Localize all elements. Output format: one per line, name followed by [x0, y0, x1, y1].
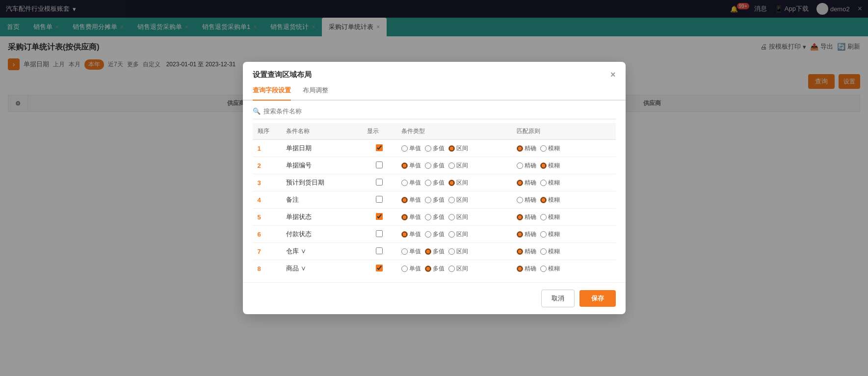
match-label-7-1[interactable]: 模糊	[540, 265, 560, 273]
show-checkbox-4[interactable]	[376, 213, 383, 220]
type-label-4-0[interactable]: 单值	[401, 213, 421, 221]
type-radio-2-1[interactable]	[425, 180, 431, 186]
type-radio-0-0[interactable]	[401, 145, 408, 152]
type-label-2-2[interactable]: 区间	[448, 179, 468, 187]
type-label-7-2[interactable]: 区间	[448, 265, 468, 273]
match-radio-0-0[interactable]	[517, 145, 523, 152]
match-label-7-0[interactable]: 精确	[517, 265, 536, 273]
save-button[interactable]: 保存	[579, 290, 616, 307]
type-radio-5-2[interactable]	[448, 231, 455, 238]
match-radio-6-0[interactable]	[517, 248, 523, 255]
modal-close-button[interactable]: ×	[610, 70, 616, 80]
type-radio-2-0[interactable]	[401, 180, 408, 186]
match-label-6-1[interactable]: 模糊	[540, 247, 560, 256]
type-radio-5-0[interactable]	[401, 231, 408, 238]
match-label-1-0[interactable]: 精确	[517, 161, 536, 170]
match-label-0-0[interactable]: 精确	[517, 144, 536, 153]
type-radio-3-0[interactable]	[401, 197, 408, 203]
cell-name-7: 商品 ∨	[281, 260, 362, 276]
match-label-2-0[interactable]: 精确	[517, 179, 536, 187]
match-radio-4-0[interactable]	[517, 214, 523, 220]
match-radio-6-1[interactable]	[540, 248, 547, 255]
type-radio-7-1[interactable]	[425, 266, 431, 272]
type-label-2-0[interactable]: 单值	[401, 179, 421, 187]
match-radio-1-1[interactable]	[540, 162, 547, 169]
type-label-6-2[interactable]: 区间	[448, 247, 468, 256]
modal-tab-layout[interactable]: 布局调整	[303, 86, 328, 101]
type-label-6-0[interactable]: 单值	[401, 247, 421, 256]
match-radio-7-0[interactable]	[517, 266, 523, 272]
type-label-3-1[interactable]: 多值	[425, 196, 445, 204]
type-label-3-0[interactable]: 单值	[401, 196, 421, 204]
type-label-3-2[interactable]: 区间	[448, 196, 468, 204]
type-radio-1-1[interactable]	[425, 162, 431, 169]
type-radio-3-2[interactable]	[448, 197, 455, 203]
match-label-5-0[interactable]: 精确	[517, 230, 536, 239]
type-label-0-0[interactable]: 单值	[401, 144, 421, 153]
match-text-1-1: 模糊	[548, 161, 560, 170]
type-label-1-0[interactable]: 单值	[401, 161, 421, 170]
match-label-4-1[interactable]: 模糊	[540, 213, 560, 221]
type-radio-6-1[interactable]	[425, 248, 431, 255]
match-label-3-0[interactable]: 精确	[517, 196, 536, 204]
match-label-1-1[interactable]: 模糊	[540, 161, 560, 170]
show-checkbox-5[interactable]	[376, 230, 383, 237]
type-radio-4-1[interactable]	[425, 214, 431, 220]
type-label-4-2[interactable]: 区间	[448, 213, 468, 221]
modal-tab-query-fields[interactable]: 查询字段设置	[253, 86, 291, 101]
type-label-7-1[interactable]: 多值	[425, 265, 445, 273]
type-radio-7-2[interactable]	[448, 266, 455, 272]
search-input[interactable]	[263, 107, 616, 115]
match-label-0-1[interactable]: 模糊	[540, 144, 560, 153]
match-radio-5-0[interactable]	[517, 231, 523, 238]
table-row: 4备注单值多值区间精确模糊	[253, 191, 616, 209]
type-label-7-0[interactable]: 单值	[401, 265, 421, 273]
show-checkbox-6[interactable]	[376, 247, 383, 254]
cancel-button[interactable]: 取消	[541, 290, 575, 307]
type-radio-0-1[interactable]	[425, 145, 431, 152]
type-text-6-0: 单值	[409, 247, 421, 256]
type-radio-4-0[interactable]	[401, 214, 408, 220]
type-radio-3-1[interactable]	[425, 197, 431, 203]
type-radio-2-2[interactable]	[448, 180, 455, 186]
type-label-5-1[interactable]: 多值	[425, 230, 445, 239]
match-radio-3-1[interactable]	[540, 197, 547, 203]
match-text-6-0: 精确	[525, 247, 536, 256]
type-label-6-1[interactable]: 多值	[425, 247, 445, 256]
type-radio-1-2[interactable]	[448, 162, 455, 169]
type-radio-0-2[interactable]	[448, 145, 455, 152]
type-radio-1-0[interactable]	[401, 162, 408, 169]
match-radio-0-1[interactable]	[540, 145, 547, 152]
type-label-1-1[interactable]: 多值	[425, 161, 445, 170]
cell-match-2: 精确模糊	[512, 174, 615, 191]
match-label-6-0[interactable]: 精确	[517, 247, 536, 256]
match-radio-5-1[interactable]	[540, 231, 547, 238]
show-checkbox-1[interactable]	[376, 161, 383, 168]
type-label-1-2[interactable]: 区间	[448, 161, 468, 170]
match-radio-1-0[interactable]	[517, 162, 523, 169]
match-radio-4-1[interactable]	[540, 214, 547, 220]
type-label-0-1[interactable]: 多值	[425, 144, 445, 153]
match-label-4-0[interactable]: 精确	[517, 213, 536, 221]
match-label-3-1[interactable]: 模糊	[540, 196, 560, 204]
match-radio-2-0[interactable]	[517, 180, 523, 186]
type-label-5-2[interactable]: 区间	[448, 230, 468, 239]
show-checkbox-0[interactable]	[376, 144, 383, 151]
type-radio-7-0[interactable]	[401, 266, 408, 272]
type-label-2-1[interactable]: 多值	[425, 179, 445, 187]
type-radio-6-2[interactable]	[448, 248, 455, 255]
type-label-0-2[interactable]: 区间	[448, 144, 468, 153]
match-radio-2-1[interactable]	[540, 180, 547, 186]
match-radio-3-0[interactable]	[517, 197, 523, 203]
match-label-5-1[interactable]: 模糊	[540, 230, 560, 239]
type-radio-5-1[interactable]	[425, 231, 431, 238]
type-label-4-1[interactable]: 多值	[425, 213, 445, 221]
type-label-5-0[interactable]: 单值	[401, 230, 421, 239]
show-checkbox-2[interactable]	[376, 179, 383, 186]
show-checkbox-7[interactable]	[376, 265, 383, 271]
show-checkbox-3[interactable]	[376, 196, 383, 203]
match-radio-7-1[interactable]	[540, 266, 547, 272]
type-radio-6-0[interactable]	[401, 248, 408, 255]
match-label-2-1[interactable]: 模糊	[540, 179, 560, 187]
type-radio-4-2[interactable]	[448, 214, 455, 220]
